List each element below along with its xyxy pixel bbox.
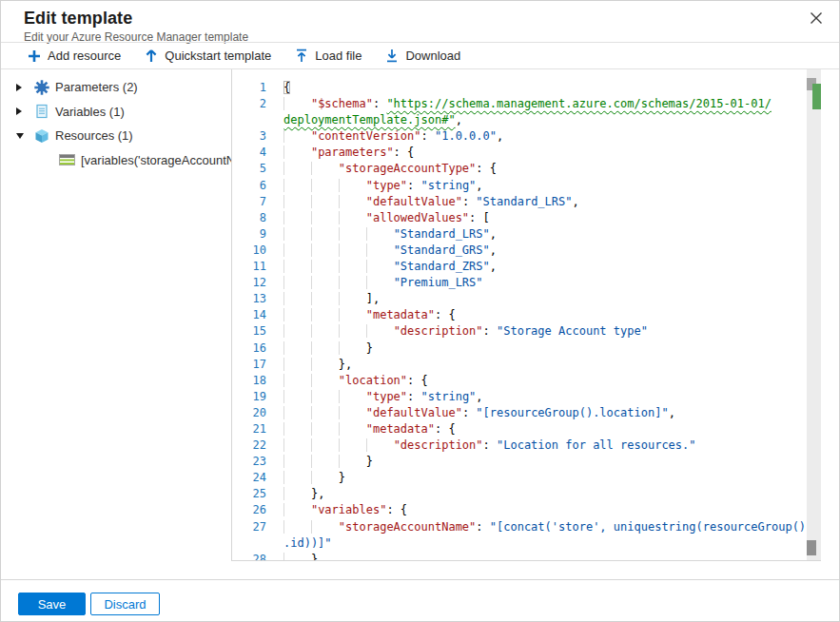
quickstart-template-button[interactable]: Quickstart template <box>141 47 275 65</box>
line-number: 18 <box>232 373 266 389</box>
code-line: 6 "type": "string", <box>232 178 821 194</box>
code-line: 1{ <box>232 80 821 96</box>
tree-item-storage-account[interactable]: [variables('storageAccountNam... <box>1 148 231 173</box>
line-number: 12 <box>232 275 266 291</box>
cube-icon <box>33 127 49 144</box>
tree-item-parameters[interactable]: Parameters (2) <box>1 75 231 100</box>
line-number: 19 <box>232 389 266 405</box>
code-line: 4 "parameters": { <box>232 145 821 161</box>
code-line: 3 "contentVersion": "1.0.0.0", <box>232 128 821 145</box>
line-number: 10 <box>232 243 266 259</box>
plus-icon <box>28 49 41 63</box>
download-button[interactable]: Download <box>381 47 464 65</box>
code-line: 21 "metadata": { <box>232 421 821 437</box>
code-line: 11 "Standard_ZRS", <box>232 259 821 275</box>
code-line: .id))]" <box>232 535 821 552</box>
resource-tree: Parameters (2) Variables (1) Resour <box>1 75 231 172</box>
line-number: 20 <box>232 405 266 421</box>
line-number: 6 <box>232 178 266 194</box>
editor-scrollbar[interactable] <box>807 69 821 560</box>
line-number <box>232 535 266 552</box>
tree-item-label: Variables (1) <box>55 105 125 119</box>
toolbar: Add resource Quickstart template Load fi… <box>1 43 839 68</box>
download-icon <box>385 49 399 63</box>
line-number: 27 <box>232 519 266 535</box>
discard-button[interactable]: Discard <box>90 593 160 615</box>
code-line: 24 } <box>232 470 821 486</box>
code-line: 27 "storageAccountName": "[concat('store… <box>232 519 821 535</box>
add-resource-label: Add resource <box>48 49 121 63</box>
line-number: 5 <box>232 161 266 177</box>
code-line: 20 "defaultValue": "[resourceGroup().loc… <box>232 405 821 421</box>
chevron-down-icon[interactable] <box>16 133 29 139</box>
code-line: 25 }, <box>232 486 821 502</box>
code-line: 14 "metadata": { <box>232 307 821 323</box>
line-number: 25 <box>232 486 266 502</box>
footer-divider <box>1 579 839 580</box>
line-number: 3 <box>232 128 266 145</box>
upload-icon <box>295 49 308 63</box>
line-number: 8 <box>232 210 266 226</box>
load-file-label: Load file <box>315 49 361 63</box>
line-number <box>232 112 266 128</box>
tree-item-label: Resources (1) <box>55 128 133 143</box>
code-line: deploymentTemplate.json#", <box>232 112 821 128</box>
tree-item-variables[interactable]: Variables (1) <box>1 100 231 125</box>
tree-item-label: Parameters (2) <box>55 80 138 94</box>
line-number: 17 <box>232 357 266 373</box>
storage-account-icon <box>59 152 75 168</box>
line-number: 7 <box>232 194 266 210</box>
chevron-right-icon[interactable] <box>16 107 29 115</box>
code-line: 9 "Standard_LRS", <box>232 226 821 243</box>
code-line: 16 } <box>232 340 821 357</box>
line-number: 28 <box>232 552 266 561</box>
code-line: 26 "variables": { <box>232 502 821 518</box>
line-number: 22 <box>232 437 266 454</box>
code-line: 18 "location": { <box>232 373 821 389</box>
page-title: Edit template <box>24 9 132 29</box>
code-line: 28 } <box>232 552 821 561</box>
overview-bottom-marker <box>807 540 816 555</box>
code-line: 8 "allowedValues": [ <box>232 210 821 226</box>
line-number: 4 <box>232 145 266 161</box>
line-number: 13 <box>232 291 266 307</box>
edit-template-panel: Edit template Edit your Azure Resource M… <box>0 0 840 622</box>
line-number: 16 <box>232 340 266 357</box>
download-label: Download <box>405 49 460 63</box>
chevron-right-icon[interactable] <box>16 84 29 91</box>
overview-link-marker <box>812 84 821 109</box>
code-lines: 1{2 "$schema": "https://schema.managemen… <box>232 69 821 561</box>
code-line: 19 "type": "string", <box>232 389 821 405</box>
add-resource-button[interactable]: Add resource <box>24 47 125 65</box>
line-number: 21 <box>232 421 266 437</box>
line-number: 23 <box>232 454 266 470</box>
gear-icon <box>33 79 49 95</box>
code-line: 7 "defaultValue": "Standard_LRS", <box>232 194 821 210</box>
load-file-button[interactable]: Load file <box>291 47 365 65</box>
close-button[interactable] <box>805 7 828 29</box>
line-number: 2 <box>232 96 266 112</box>
code-line: 15 "description": "Storage Account type" <box>232 323 821 340</box>
code-line: 13 ], <box>232 291 821 307</box>
code-line: 23 } <box>232 454 821 470</box>
code-line: 5 "storageAccountType": { <box>232 161 821 177</box>
arrow-up-icon <box>145 49 158 63</box>
code-line: 17 }, <box>232 357 821 373</box>
line-number: 9 <box>232 226 266 243</box>
code-line: 2 "$schema": "https://schema.management.… <box>232 96 821 112</box>
code-line: 10 "Standard_GRS", <box>232 243 821 259</box>
code-line: 22 "description": "Location for all reso… <box>232 437 821 454</box>
line-number: 26 <box>232 502 266 518</box>
document-icon <box>33 104 49 120</box>
code-line: 12 "Premium_LRS" <box>232 275 821 291</box>
quickstart-template-label: Quickstart template <box>165 49 271 63</box>
tree-item-resources[interactable]: Resources (1) <box>1 124 231 148</box>
line-number: 24 <box>232 470 266 486</box>
code-editor[interactable]: 1{2 "$schema": "https://schema.managemen… <box>231 69 821 561</box>
line-number: 11 <box>232 259 266 275</box>
line-number: 1 <box>232 80 266 96</box>
line-number: 14 <box>232 307 266 323</box>
line-number: 15 <box>232 323 266 340</box>
save-button[interactable]: Save <box>18 593 86 615</box>
close-icon <box>810 11 823 25</box>
